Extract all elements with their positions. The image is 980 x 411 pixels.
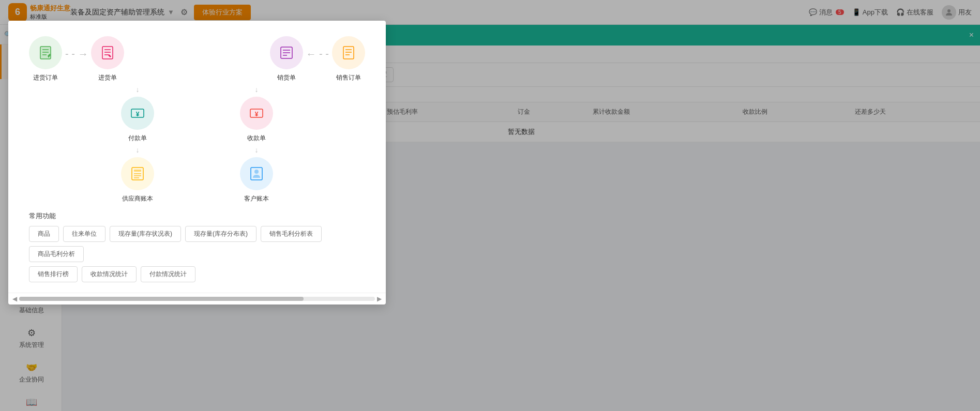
flow-node-sales-slip[interactable]: 销货单 <box>270 36 303 82</box>
flow-node-receipt-slip[interactable]: ¥ 收款单 <box>240 97 273 143</box>
func-buttons-row1: 商品 往来单位 现存量(库存状况表) 现存量(库存分布表) 销售毛利分析表 商品… <box>62 226 365 262</box>
sales-slip-label: 销货单 <box>277 73 296 82</box>
svg-point-27 <box>254 170 259 174</box>
svg-rect-5 <box>102 47 113 59</box>
svg-rect-20 <box>134 170 141 172</box>
func-btn-stock-dist[interactable]: 现存量(库存分布表) <box>185 226 257 242</box>
flow-node-supplier-ledger[interactable]: 供应商账本 <box>121 157 154 203</box>
func-buttons-row2: 销售排行榜 收款情况统计 付款情况统计 <box>62 266 365 282</box>
sales-order-icon <box>332 36 365 69</box>
customer-ledger-label: 客户账本 <box>244 194 269 203</box>
modal-overlay[interactable]: 进货订单 - - → <box>62 25 980 411</box>
svg-rect-13 <box>343 47 354 59</box>
purchase-slip-label: 进货单 <box>98 73 117 82</box>
func-btn-stock-status[interactable]: 现存量(库存状况表) <box>110 226 181 242</box>
flow-diagram: 进货订单 - - → <box>62 36 365 203</box>
app-container: 6 畅康通好生意 标准版 装备及固定资产辅助管理系统 ▼ ⚙ 体验行业方案 💬 … <box>0 0 980 411</box>
supplier-ledger-icon <box>121 157 154 190</box>
common-functions-title: 常用功能 <box>62 211 365 221</box>
scroll-thumb <box>62 297 304 301</box>
flow-node-sales-order[interactable]: 销售订单 <box>332 36 365 82</box>
arrow-down-4: ↓ <box>255 146 259 154</box>
receipt-slip-label: 收款单 <box>247 134 266 143</box>
customer-ledger-icon <box>240 157 273 190</box>
arrow-down-1: ↓ <box>136 85 140 94</box>
common-functions: 常用功能 商品 往来单位 现存量(库存状况表) 现存量(库存分布表) 销售毛利分… <box>62 211 365 282</box>
arrow-2: ← - - <box>303 48 332 60</box>
payment-slip-icon: ¥ <box>121 97 154 130</box>
content-area: 首页 销售订单执行表 × × ❓ 帮助 🖨 按 <box>62 25 980 411</box>
modal-content: 进货订单 - - → <box>62 25 386 293</box>
func-btn-counterparty[interactable]: 往来单位 <box>63 226 105 242</box>
arrow-down-2: ↓ <box>136 146 140 154</box>
func-btn-product-gross[interactable]: 商品毛利分析 <box>62 246 84 262</box>
func-btn-receipt-stats[interactable]: 收款情况统计 <box>82 266 137 282</box>
func-btn-sales-gross[interactable]: 销售毛利分析表 <box>261 226 322 242</box>
func-btn-payment-stats[interactable]: 付款情况统计 <box>141 266 195 282</box>
flow-node-purchase-slip[interactable]: 进货单 <box>91 36 124 82</box>
svg-text:¥: ¥ <box>255 111 259 118</box>
supplier-ledger-label: 供应商账本 <box>122 194 153 203</box>
main-area: 🔍 搜索菜单 🏠 快捷导航 📢 营销推广 🛒 销售管理 🛍 采购管理 📦 <box>0 25 980 411</box>
flow-node-customer-ledger[interactable]: 客户账本 <box>240 157 273 203</box>
sales-order-label: 销售订单 <box>336 73 361 82</box>
arrow-1: - - → <box>62 48 91 60</box>
receipt-slip-icon: ¥ <box>240 97 273 130</box>
sales-slip-icon <box>270 36 303 69</box>
scroll-bar-area: ◀ ▶ <box>62 293 386 305</box>
flow-row-2: ↓ ¥ 付款单 <box>62 85 365 203</box>
modal-box: 进货订单 - - → <box>62 25 386 305</box>
func-btn-sales-ranking[interactable]: 销售排行榜 <box>62 266 78 282</box>
sales-slip-column: ↓ ¥ 收款单 <box>220 85 293 203</box>
purchase-slip-column: ↓ ¥ 付款单 <box>101 85 174 203</box>
flow-node-payment-slip[interactable]: ¥ 付款单 <box>121 97 154 143</box>
scroll-track[interactable] <box>62 297 375 301</box>
payment-slip-label: 付款单 <box>128 134 147 143</box>
arrow-down-3: ↓ <box>255 85 259 94</box>
svg-text:¥: ¥ <box>136 111 140 118</box>
purchase-slip-icon <box>91 36 124 69</box>
flow-row-1: 进货订单 - - → <box>62 36 365 82</box>
scroll-right-icon[interactable]: ▶ <box>377 295 382 302</box>
